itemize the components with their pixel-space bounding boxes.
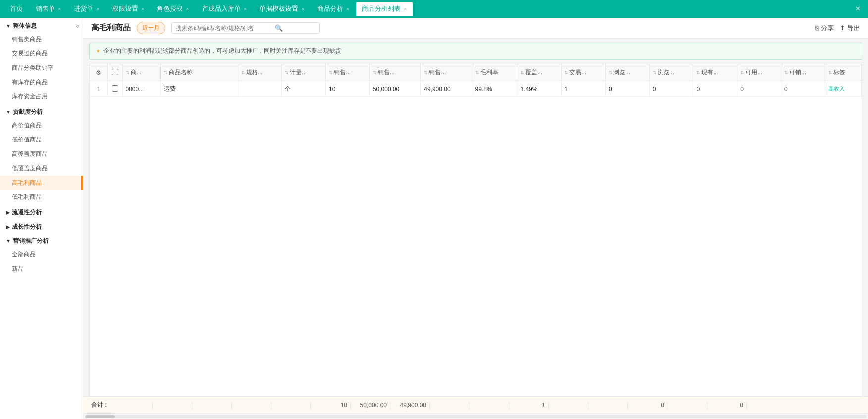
top-navigation: 首页 销售单 × 进货单 × 权限设置 × 角色授权 × 产成品入库单 × 单据… (0, 0, 868, 18)
close-permissions-tab[interactable]: × (141, 6, 144, 12)
col-browse1[interactable]: ⇅浏览... (605, 64, 649, 81)
close-purchase-tab[interactable]: × (96, 6, 99, 12)
info-icon: ✦ (96, 48, 101, 55)
col-gross-rate[interactable]: ⇅毛利率 (472, 64, 517, 81)
close-template-tab[interactable]: × (301, 6, 304, 12)
close-sales-tab[interactable]: × (58, 6, 61, 12)
footer-cell-stock-sale: 0 (707, 402, 747, 409)
col-sales-cost[interactable]: ⇅销售... (421, 64, 472, 81)
content-area: 高毛利商品 近一月 🔍 ⎘ 分享 ⬆ 导出 ✦ 企业的主要的利润都是这部分商品创… (83, 18, 868, 419)
window-close-button[interactable]: × (852, 4, 864, 13)
sidebar-item-high-value[interactable]: 高价值商品 (0, 118, 83, 133)
nav-tab-purchase[interactable]: 进货单 × (68, 2, 105, 16)
sidebar-item-in-stock[interactable]: 有库存的商品 (0, 75, 83, 90)
footer-cell-browse2 (588, 402, 628, 409)
footer-cell-stock-avail (667, 402, 707, 409)
col-tag[interactable]: ⇅标签 (825, 64, 861, 81)
nav-tab-sales[interactable]: 销售单 × (30, 2, 67, 16)
col-stock-avail[interactable]: ⇅可用... (737, 64, 781, 81)
cell-checkbox[interactable] (107, 81, 122, 97)
scrollbar-thumb[interactable] (85, 415, 115, 418)
sidebar-group-contribution[interactable]: ▼ 贡献度分析 (0, 104, 83, 118)
sort-icon-4: ⇅ (285, 70, 289, 75)
sidebar-group-growth[interactable]: ▶ 成长性分析 (0, 219, 83, 233)
col-sales-qty[interactable]: ⇅销售... (326, 64, 370, 81)
sidebar-group-overall[interactable]: ▼ 整体信息 (0, 18, 83, 32)
footer-cell-unit (271, 402, 311, 409)
col-transaction[interactable]: ⇅交易... (562, 64, 606, 81)
sort-icon-16: ⇅ (828, 70, 832, 75)
sort-icon-11: ⇅ (609, 70, 613, 75)
content-header: 高毛利商品 近一月 🔍 ⎘ 分享 ⬆ 导出 (83, 18, 868, 39)
cell-spec (238, 81, 282, 97)
sort-icon-3: ⇅ (241, 70, 245, 75)
nav-tab-goods-analysis[interactable]: 商品分析 × (311, 2, 355, 16)
sidebar-group-liquidity[interactable]: ▶ 流通性分析 (0, 204, 83, 219)
horizontal-scrollbar[interactable] (83, 413, 868, 419)
sidebar-item-category-rate[interactable]: 商品分类助销率 (0, 61, 83, 75)
sidebar-item-traded-goods[interactable]: 交易过的商品 (0, 47, 83, 61)
sidebar-item-stock-capital[interactable]: 库存资金占用 (0, 90, 83, 104)
table-header-row: ⚙ ⇅商... ⇅商品名称 ⇅规格... ⇅计量... ⇅销售... ⇅销售..… (90, 64, 862, 81)
footer-label: 合计： (91, 401, 109, 409)
sidebar-collapse-button[interactable]: « (76, 22, 80, 30)
col-browse2[interactable]: ⇅浏览... (649, 64, 693, 81)
sidebar-item-high-margin[interactable]: 高毛利商品 (0, 176, 83, 190)
sort-icon-12: ⇅ (653, 70, 657, 75)
export-icon: ⬆ (840, 24, 845, 32)
arrow-down-icon-3: ▼ (6, 238, 11, 244)
cell-sales-qty: 10 (326, 81, 370, 97)
cell-sales-cost: 49,900.00 (421, 81, 472, 97)
col-stock-current[interactable]: ⇅现有... (693, 64, 737, 81)
footer-totals: 合计： 10 50,000.00 49,900.00 1 0 0 (83, 396, 868, 413)
col-coverage[interactable]: ⇅覆盖... (517, 64, 562, 81)
cell-name: 运费 (160, 81, 238, 97)
close-goods-analysis-list-tab[interactable]: × (404, 6, 407, 12)
nav-tab-template[interactable]: 单据模板设置 × (254, 2, 310, 16)
nav-tab-home[interactable]: 首页 (4, 2, 29, 16)
search-icon[interactable]: 🔍 (275, 24, 283, 32)
filter-month-button[interactable]: 近一月 (137, 22, 165, 34)
sort-icon-5: ⇅ (329, 70, 333, 75)
col-code[interactable]: ⇅商... (122, 64, 160, 81)
sidebar-item-new-goods[interactable]: 新品 (0, 262, 83, 276)
col-settings[interactable]: ⚙ (90, 64, 107, 81)
cell-coverage: 1.49% (517, 81, 562, 97)
sidebar-item-low-coverage[interactable]: 低覆盖度商品 (0, 161, 83, 176)
search-input[interactable] (176, 25, 275, 32)
sort-icon-7: ⇅ (424, 70, 428, 75)
share-button[interactable]: ⎘ 分享 (815, 24, 834, 33)
col-spec[interactable]: ⇅规格... (238, 64, 282, 81)
sidebar-item-low-value[interactable]: 低价值商品 (0, 133, 83, 147)
row-checkbox[interactable] (112, 85, 118, 92)
sidebar-group-marketing[interactable]: ▼ 营销推广分析 (0, 233, 83, 247)
cell-browse1[interactable]: 0 (605, 81, 649, 97)
sidebar-item-all-goods[interactable]: 全部商品 (0, 247, 83, 262)
sidebar-item-low-margin[interactable]: 低毛利商品 (0, 190, 83, 204)
nav-tab-permissions[interactable]: 权限设置 × (106, 2, 150, 16)
nav-tab-goods-analysis-list[interactable]: 商品分析列表 × (356, 2, 412, 16)
sidebar-item-sales-goods[interactable]: 销售类商品 (0, 32, 83, 47)
footer-cell-sales-qty: 10 (311, 402, 351, 409)
close-goods-analysis-tab[interactable]: × (346, 6, 349, 12)
col-checkbox[interactable] (107, 64, 122, 81)
nav-tab-product-in[interactable]: 产成品入库单 × (196, 2, 253, 16)
cell-tag: 高收入 (825, 81, 861, 97)
col-sales-amt[interactable]: ⇅销售... (369, 64, 420, 81)
sidebar: « ▼ 整体信息 销售类商品 交易过的商品 商品分类助销率 有库存的商品 库存资… (0, 18, 83, 419)
header-actions: ⎘ 分享 ⬆ 导出 (815, 24, 860, 33)
nav-tab-roles[interactable]: 角色授权 × (151, 2, 195, 16)
search-box: 🔍 (171, 22, 320, 34)
select-all-checkbox[interactable] (112, 69, 118, 75)
col-unit[interactable]: ⇅计量... (282, 64, 326, 81)
sidebar-item-high-coverage[interactable]: 高覆盖度商品 (0, 147, 83, 161)
col-stock-sale[interactable]: ⇅可销... (781, 64, 825, 81)
close-product-in-tab[interactable]: × (244, 6, 247, 12)
col-name[interactable]: ⇅商品名称 (160, 64, 238, 81)
arrow-down-icon: ▼ (6, 23, 11, 29)
cell-num: 1 (90, 81, 107, 97)
footer-cell-transaction: 1 (509, 402, 549, 409)
info-bar: ✦ 企业的主要的利润都是这部分商品创造的，可考虑加大推广，同时关注库存是不要出现… (89, 43, 862, 60)
close-roles-tab[interactable]: × (186, 6, 189, 12)
export-button[interactable]: ⬆ 导出 (840, 24, 860, 33)
